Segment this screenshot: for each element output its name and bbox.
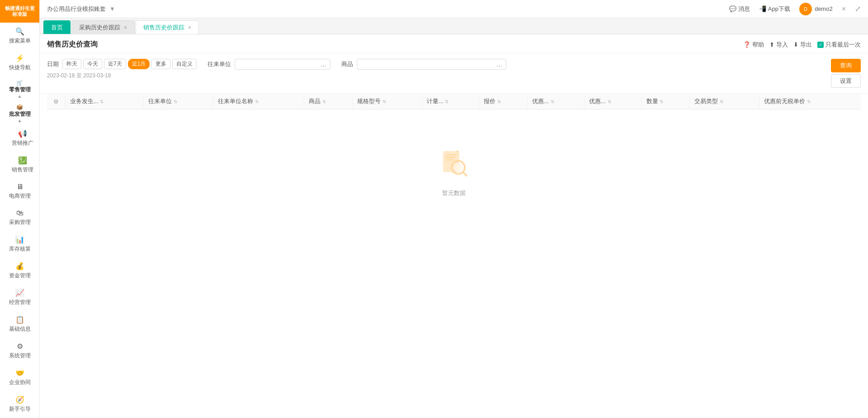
goods-dots-btn[interactable]: ... [496,60,502,68]
sidebar-item-quick-nav[interactable]: ⚡ 快捷导航 [0,49,39,76]
table-col-quote[interactable]: 报价 ⇅ [479,94,528,109]
counterpart-input[interactable] [239,61,320,68]
col-label-spec: 规格型号 [357,98,381,104]
expand-window-btn[interactable]: ⤢ [855,5,861,13]
sidebar-item-label-wholesale: 批发管理 [9,110,31,118]
sort-discount1-icon: ⇅ [551,99,554,104]
sidebar-item-label-quick: 快捷导航 [9,64,31,71]
tab-purchase-close-icon[interactable]: × [124,24,127,31]
date-btn-more[interactable]: 更多 [151,59,170,69]
import-btn[interactable]: ⬆ 导入 [769,41,788,49]
sidebar-item-label-purchase: 采购管理 [9,218,31,226]
page-title: 销售历史价查询 [47,40,98,49]
svg-line-6 [463,172,467,176]
tab-purchase[interactable]: 采购历史价跟踪 × [71,20,135,34]
tab-sales-close-icon[interactable]: × [188,24,191,31]
svg-rect-2 [445,157,455,158]
sidebar-item-search-menu[interactable]: 🔍 搜索菜单 [0,23,39,49]
sidebar-item-enterprise[interactable]: 🤝 企业协同 [0,364,39,391]
tab-sales-label: 销售历史价跟踪 [143,24,184,32]
sort-goods-icon: ⇅ [322,99,326,104]
new-guide-icon: 🧭 [15,395,24,404]
sidebar-item-label-sales: 销售管理 [12,166,33,174]
sort-discount2-icon: ⇅ [608,99,611,104]
sidebar-item-label-enterprise: 企业协同 [9,379,31,386]
table-col-business-date[interactable]: 业务发生... ⇅ [65,94,144,109]
table-header-row: ⚙ 业务发生... ⇅ 往来单位 ⇅ 往来单位名称 ⇅ [47,94,861,109]
close-window-btn[interactable]: × [842,5,846,13]
export-icon: ⬇ [793,41,798,48]
sort-counterpart-code-icon: ⇅ [174,99,177,104]
table-col-spec[interactable]: 规格型号 ⇅ [353,94,422,109]
export-btn[interactable]: ⬇ 导出 [793,41,812,49]
col-label-business-date: 业务发生... [70,98,99,104]
retail-mgmt-icon: 🛒 [16,80,23,86]
sidebar-item-inventory[interactable]: 📊 库存核算 [0,231,39,257]
sidebar-item-purchase[interactable]: 🛍 采购管理 [0,204,39,231]
sidebar-item-finance[interactable]: 💰 资金管理 [0,257,39,284]
table-col-unit[interactable]: 计量... ⇅ [422,94,479,109]
message-btn[interactable]: 💬 消息 [729,5,750,13]
sidebar-item-ecommerce[interactable]: 🖥 电商管理 [0,178,39,204]
page-actions: ❓ 帮助 ⬆ 导入 ⬇ 导出 ✓ 只看最后一次 [743,41,861,49]
date-btn-1month[interactable]: 近1月 [128,59,150,69]
settings-button[interactable]: 设置 [831,74,861,88]
sidebar-item-sales-mgmt[interactable]: 💹 销售管理 [0,152,39,178]
goods-input-wrap: ... [357,59,506,70]
only-last-checkbox[interactable]: ✓ 只看最后一次 [817,41,861,49]
col-label-pre-tax: 优惠前无税单价 [764,98,805,104]
dropdown-icon[interactable]: ▼ [109,5,115,12]
counterpart-input-wrap: ... [235,59,330,70]
table-col-gear[interactable]: ⚙ [47,94,65,109]
main-area: 办公用品行业模拟账套 ▼ 💬 消息 📲 App下载 D demo2 × ⤢ 首页 [40,0,868,418]
sidebar-item-operations[interactable]: 📈 经营管理 [0,284,39,311]
query-button[interactable]: 查询 [831,59,861,72]
date-btn-today[interactable]: 今天 [83,59,102,69]
help-btn[interactable]: ❓ 帮助 [743,41,764,49]
sidebar-item-system[interactable]: ⚙ 系统管理 [0,337,39,364]
ecommerce-icon: 🖥 [16,183,24,191]
date-btn-7days[interactable]: 近7天 [104,59,126,69]
date-label: 日期 [47,60,59,68]
date-btn-yesterday[interactable]: 昨天 [62,59,81,69]
table-col-counterpart-name[interactable]: 往来单位名称 ⇅ [213,94,304,109]
date-btn-custom[interactable]: 自定义 [172,59,197,69]
tab-home-label: 首页 [51,24,63,32]
goods-input[interactable] [361,61,496,68]
sort-qty-icon: ⇅ [660,99,663,104]
table-col-pre-tax[interactable]: 优惠前无税单价 ⇅ [760,94,861,109]
logo: 畅捷通好生意 标准版 [0,0,40,23]
sidebar-item-wholesale-mgmt[interactable]: 📦 批发管理 ▲ [0,100,39,125]
top-bar: 办公用品行业模拟账套 ▼ 💬 消息 📲 App下载 D demo2 × ⤢ [40,0,868,18]
tab-purchase-label: 采购历史价跟踪 [79,24,120,32]
table-col-goods[interactable]: 商品 ⇅ [304,94,353,109]
top-bar-right: 💬 消息 📲 App下载 D demo2 × ⤢ [729,3,861,15]
table-col-discount2[interactable]: 优惠... ⇅ [585,94,642,109]
sidebar-item-marketing[interactable]: 📢 营销推广 [0,125,39,152]
goods-label: 商品 [341,60,353,68]
counterpart-dots-btn[interactable]: ... [320,60,326,68]
retail-arrow-icon: ▲ [18,94,22,99]
import-label: 导入 [776,41,788,49]
svg-rect-1 [445,154,457,155]
app-download-btn[interactable]: 📲 App下载 [759,5,790,13]
counterpart-label: 往来单位 [208,60,231,68]
user-menu[interactable]: D demo2 [799,3,833,15]
table-col-qty[interactable]: 数量 ⇅ [642,94,690,109]
table-col-trade-type[interactable]: 交易类型 ⇅ [690,94,760,109]
app-download-icon: 📲 [759,5,766,12]
sidebar-item-label-search: 搜索菜单 [9,37,31,45]
sidebar-item-label-inventory: 库存核算 [9,245,31,253]
tab-home[interactable]: 首页 [43,20,71,34]
col-label-quote: 报价 [484,98,495,104]
table-col-counterpart-code[interactable]: 往来单位 ⇅ [144,94,213,109]
inventory-icon: 📊 [15,235,24,244]
quick-nav-icon: ⚡ [15,54,24,62]
col-label-qty: 数量 [646,98,658,104]
tab-sales[interactable]: 销售历史价跟踪 × [136,20,199,34]
sidebar-item-retail-mgmt[interactable]: 🛒 零售管理 ▲ [0,76,39,100]
sidebar-item-basic-info[interactable]: 📋 基础信息 [0,311,39,337]
sidebar-item-new-guide[interactable]: 🧭 新手引导 [0,391,39,418]
col-label-unit: 计量... [427,98,443,104]
table-col-discount1[interactable]: 优惠... ⇅ [528,94,585,109]
